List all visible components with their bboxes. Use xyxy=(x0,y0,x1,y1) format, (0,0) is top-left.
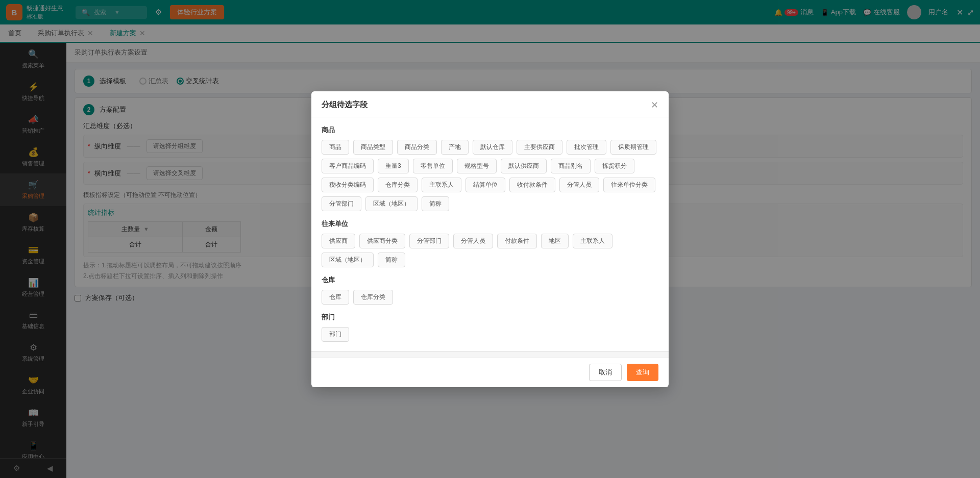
field-tags-department: 部门 xyxy=(322,327,658,342)
field-group-department-label: 部门 xyxy=(322,313,658,322)
dialog-body: 商品 商品 商品类型 商品分类 产地 默认仓库 主要供应商 批次管理 保质期管理… xyxy=(311,117,669,351)
field-tag-warehouse-category[interactable]: 仓库分类 xyxy=(378,178,418,192)
dialog-footer: 取消 查询 xyxy=(311,357,669,387)
field-tag-dept[interactable]: 分管部门 xyxy=(322,196,361,211)
field-tag-spec-model[interactable]: 规格型号 xyxy=(457,159,497,173)
field-tag-cp-contact[interactable]: 主联系人 xyxy=(573,234,612,248)
field-select-dialog: 分组待选字段 ✕ 商品 商品 商品类型 商品分类 产地 默认仓库 主要供应商 批… xyxy=(311,91,669,387)
field-group-counterparty: 往来单位 供应商 供应商分类 分管部门 分管人员 付款条件 地区 主联系人 区域… xyxy=(322,219,658,267)
cancel-btn[interactable]: 取消 xyxy=(589,364,622,381)
field-tag-warehouse-cat[interactable]: 仓库分类 xyxy=(353,290,393,305)
field-tag-short-name[interactable]: 简称 xyxy=(422,196,449,211)
field-tag-batch[interactable]: 批次管理 xyxy=(567,140,606,155)
field-tag-unit-category[interactable]: 往来单位分类 xyxy=(603,178,655,192)
dialog-overlay: 分组待选字段 ✕ 商品 商品 商品类型 商品分类 产地 默认仓库 主要供应商 批… xyxy=(0,0,980,478)
field-tag-cp-region[interactable]: 区域（地区） xyxy=(322,253,374,267)
field-tag-default-warehouse[interactable]: 默认仓库 xyxy=(473,140,512,155)
field-tag-product-alias[interactable]: 商品别名 xyxy=(551,159,591,173)
field-tag-tax-code[interactable]: 税收分类编码 xyxy=(322,178,374,192)
field-tag-cp-short[interactable]: 简称 xyxy=(378,253,405,267)
field-tag-main-supplier[interactable]: 主要供应商 xyxy=(517,140,562,155)
field-tag-product[interactable]: 商品 xyxy=(322,140,349,155)
field-tag-main-contact[interactable]: 主联系人 xyxy=(422,178,461,192)
dialog-hscrollbar[interactable] xyxy=(311,351,669,357)
field-tag-weight3[interactable]: 重量3 xyxy=(378,159,409,173)
field-group-product-label: 商品 xyxy=(322,125,658,135)
field-tag-pick-points[interactable]: 拣货积分 xyxy=(595,159,634,173)
field-tags-counterparty: 供应商 供应商分类 分管部门 分管人员 付款条件 地区 主联系人 区域（地区） … xyxy=(322,234,658,267)
field-tag-warehouse[interactable]: 仓库 xyxy=(322,290,349,305)
field-tag-cp-manager[interactable]: 分管人员 xyxy=(453,234,493,248)
field-tag-settlement-unit[interactable]: 结算单位 xyxy=(465,178,505,192)
field-tag-supplier[interactable]: 供应商 xyxy=(322,234,355,248)
field-tag-department[interactable]: 部门 xyxy=(322,327,349,342)
field-tags-warehouse: 仓库 仓库分类 xyxy=(322,290,658,305)
field-tag-payment-terms[interactable]: 收付款条件 xyxy=(509,178,555,192)
field-tag-area[interactable]: 地区 xyxy=(541,234,569,248)
field-tag-product-category[interactable]: 商品分类 xyxy=(397,140,437,155)
field-tag-customer-code[interactable]: 客户商品编码 xyxy=(322,159,374,173)
dialog-close-btn[interactable]: ✕ xyxy=(651,99,658,111)
field-tag-cp-dept[interactable]: 分管部门 xyxy=(409,234,449,248)
field-tags-product: 商品 商品类型 商品分类 产地 默认仓库 主要供应商 批次管理 保质期管理 客户… xyxy=(322,140,658,211)
field-group-warehouse-label: 仓库 xyxy=(322,275,658,285)
dialog-title: 分组待选字段 xyxy=(322,100,368,110)
field-tag-manager[interactable]: 分管人员 xyxy=(559,178,599,192)
field-group-department: 部门 部门 xyxy=(322,313,658,342)
field-tag-origin[interactable]: 产地 xyxy=(441,140,469,155)
dialog-header: 分组待选字段 ✕ xyxy=(311,91,669,117)
confirm-btn[interactable]: 查询 xyxy=(627,364,658,381)
field-tag-default-supplier[interactable]: 默认供应商 xyxy=(501,159,547,173)
field-tag-supplier-cat[interactable]: 供应商分类 xyxy=(359,234,405,248)
field-tag-payment-cond[interactable]: 付款条件 xyxy=(497,234,537,248)
field-group-product: 商品 商品 商品类型 商品分类 产地 默认仓库 主要供应商 批次管理 保质期管理… xyxy=(322,125,658,211)
field-tag-region[interactable]: 区域（地区） xyxy=(365,196,418,211)
field-group-warehouse: 仓库 仓库 仓库分类 xyxy=(322,275,658,305)
app-container: B 畅捷通好生意 标准版 🔍 搜索 ▼ ⚙ 体验行业方案 🔔 99+ 消息 📱 … xyxy=(0,0,980,478)
field-tag-retail-unit[interactable]: 零售单位 xyxy=(413,159,453,173)
field-tag-shelf-life[interactable]: 保质期管理 xyxy=(610,140,656,155)
field-group-counterparty-label: 往来单位 xyxy=(322,219,658,229)
field-tag-product-type[interactable]: 商品类型 xyxy=(353,140,393,155)
